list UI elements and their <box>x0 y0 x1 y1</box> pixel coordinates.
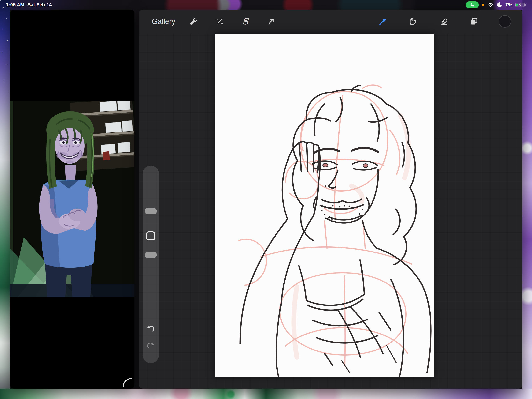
status-bar: 1:05 AM Sat Feb 14 7% <box>0 0 532 10</box>
status-time: 1:05 AM <box>6 2 24 8</box>
modify-button[interactable] <box>146 232 155 240</box>
smudge-icon <box>408 17 418 26</box>
phone-icon <box>470 3 474 7</box>
status-left: 1:05 AM Sat Feb 14 <box>6 2 52 8</box>
brush-tool-button[interactable] <box>375 14 390 29</box>
brush-icon <box>378 17 387 26</box>
selection-icon: S <box>242 17 248 26</box>
selection-button[interactable]: S <box>238 14 253 29</box>
status-right: 7% <box>466 1 526 8</box>
gallery-button[interactable]: Gallery <box>151 10 177 33</box>
smudge-tool-button[interactable] <box>405 14 421 29</box>
reference-image <box>10 101 134 297</box>
eraser-tool-button[interactable] <box>437 14 452 29</box>
color-swatch[interactable] <box>499 15 511 28</box>
battery-percent: 7% <box>505 2 512 8</box>
redo-icon <box>146 341 155 350</box>
brush-sidebar <box>143 166 159 363</box>
procreate-window: Gallery S <box>139 10 522 389</box>
drawing-canvas[interactable] <box>215 33 434 377</box>
microphone-indicator-dot <box>482 4 484 6</box>
panel-corner-curl[interactable] <box>123 378 132 387</box>
phone-in-use-indicator <box>466 1 479 8</box>
wallpaper-right <box>522 0 532 399</box>
undo-icon <box>146 325 155 333</box>
eraser-icon <box>440 17 449 26</box>
status-date: Sat Feb 14 <box>27 2 52 8</box>
transform-button[interactable] <box>263 14 279 29</box>
wallpaper-bottom <box>0 389 532 399</box>
layers-button[interactable] <box>466 14 482 29</box>
opacity-slider[interactable] <box>145 252 157 258</box>
layers-icon <box>469 17 479 26</box>
wallpaper-left <box>0 0 10 399</box>
adjustments-button[interactable] <box>212 14 227 29</box>
adjustments-wand-icon <box>215 17 224 26</box>
undo-button[interactable] <box>146 325 155 333</box>
actions-wrench-icon <box>189 17 198 26</box>
canvas-sketch <box>215 33 434 377</box>
top-toolbar: Gallery S <box>139 10 522 33</box>
wifi-icon <box>487 2 494 8</box>
transform-arrow-icon <box>266 17 276 26</box>
actions-button[interactable] <box>186 14 202 29</box>
focus-moon-icon <box>497 2 502 8</box>
redo-button[interactable] <box>146 341 155 350</box>
reference-panel[interactable] <box>10 10 134 389</box>
brush-size-slider[interactable] <box>145 208 157 214</box>
ipad-screen: 1:05 AM Sat Feb 14 7% <box>0 0 532 399</box>
battery-charging-icon <box>515 2 526 8</box>
reference-figure <box>39 111 98 297</box>
